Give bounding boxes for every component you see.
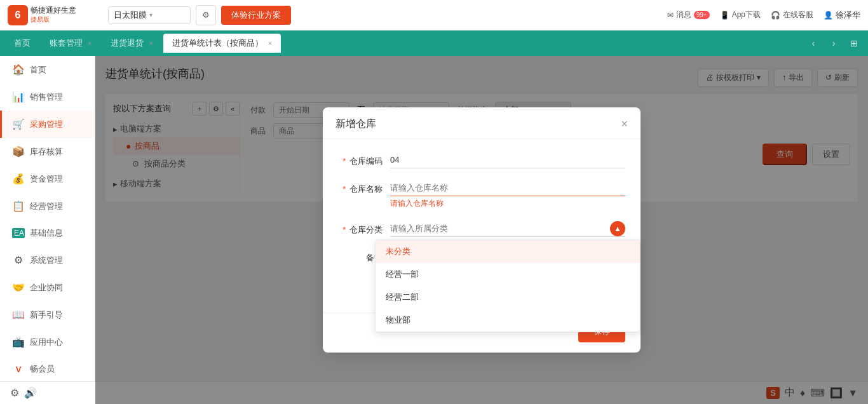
close-icon[interactable]: × <box>268 39 272 47</box>
form-row-code: * 仓库编码 <box>338 152 625 168</box>
user-item[interactable]: 👤 徐泽华 <box>824 10 860 21</box>
sidebar-item-app-center[interactable]: 📺 应用中心 <box>0 328 95 356</box>
tab-home[interactable]: 首页 <box>5 34 39 53</box>
category-input[interactable] <box>390 220 625 237</box>
tab-next-icon[interactable]: › <box>825 34 843 52</box>
sidebar-item-inventory[interactable]: 📦 库存核算 <box>0 138 95 165</box>
dropdown-item-dept3[interactable]: 物业部 <box>376 309 640 332</box>
message-icon: ✉ <box>667 11 674 20</box>
name-control-wrap: 请输入仓库名称 <box>390 180 625 209</box>
sidebar-item-finance-label: 资金管理 <box>30 173 63 185</box>
store-selector[interactable]: 日太阳膜 ▾ <box>108 6 191 24</box>
store-name: 日太阳膜 <box>114 10 147 21</box>
message-badge: 99+ <box>694 11 710 19</box>
phone-icon: 📱 <box>720 11 729 20</box>
sidebar-item-vip[interactable]: V 畅会员 <box>0 356 95 382</box>
sidebar-item-home-label: 首页 <box>30 64 46 76</box>
code-input[interactable] <box>390 152 625 168</box>
tab-prev-icon[interactable]: ‹ <box>804 34 822 52</box>
name-label: * 仓库名称 <box>338 180 383 195</box>
tab-more-icon[interactable]: ⊞ <box>845 34 863 52</box>
form-row-category: * 仓库分类 ▲ 未分类 经营一部 经营二部 物业部 <box>338 220 625 237</box>
sidebar-item-inventory-label: 库存核算 <box>30 146 63 158</box>
chevron-down-icon: ▾ <box>149 11 153 18</box>
sidebar-item-app-center-label: 应用中心 <box>30 337 63 348</box>
inventory-icon: 📦 <box>12 145 25 158</box>
sidebar-item-operations-label: 经营管理 <box>30 201 63 212</box>
modal-title: 新增仓库 <box>336 118 376 131</box>
tab-purchase-stats-label: 进货单统计表（按商品） <box>172 37 263 49</box>
sidebar-item-base-info[interactable]: EA 基础信息 <box>0 220 95 246</box>
sidebar-item-system-label: 系统管理 <box>30 255 63 266</box>
sidebar-item-enterprise[interactable]: 🤝 企业协同 <box>0 274 95 301</box>
logo-sub: 捷易版 <box>31 15 76 24</box>
modal-body: * 仓库编码 * 仓库名称 <box>323 139 641 313</box>
required-star: * <box>342 184 346 194</box>
settings-bottom-icon[interactable]: ⚙ <box>10 387 19 399</box>
dropdown-item-dept2[interactable]: 经营二部 <box>376 286 640 309</box>
sidebar-item-finance[interactable]: 💰 资金管理 <box>0 165 95 192</box>
category-label: * 仓库分类 <box>338 220 383 236</box>
settings-icon[interactable]: ⚙ <box>196 5 216 25</box>
purchase-icon: 🛒 <box>12 118 25 130</box>
tab-purchase-return[interactable]: 进货退货 × <box>102 34 161 53</box>
tab-purchase-return-label: 进货退货 <box>111 37 144 49</box>
name-input[interactable] <box>390 180 625 196</box>
category-dropdown: 未分类 经营一部 经营二部 物业部 <box>375 239 641 332</box>
speaker-icon[interactable]: 🔊 <box>24 387 37 399</box>
modal-header: 新增仓库 × <box>323 107 641 139</box>
finance-icon: 💰 <box>12 173 25 185</box>
sidebar-item-enterprise-label: 企业协同 <box>30 282 63 293</box>
home-icon: 🏠 <box>12 64 25 76</box>
category-toggle-icon[interactable]: ▲ <box>610 221 625 236</box>
app-center-icon: 📺 <box>12 336 25 348</box>
code-control-wrap <box>390 152 625 168</box>
logo-icon: 6 <box>8 5 28 25</box>
tab-actions: ‹ › ⊞ <box>804 34 863 52</box>
user-name: 徐泽华 <box>836 10 860 21</box>
modal-close-button[interactable]: × <box>621 118 628 131</box>
code-label: * 仓库编码 <box>338 152 383 167</box>
base-info-icon: EA <box>12 228 25 238</box>
sidebar-item-sales[interactable]: 📊 销售管理 <box>0 83 95 111</box>
enterprise-icon: 🤝 <box>12 281 25 293</box>
sales-icon: 📊 <box>12 91 25 103</box>
tab-accounts[interactable]: 账套管理 × <box>41 34 100 53</box>
top-header: 6 畅捷通好生意 捷易版 日太阳膜 ▾ ⚙ 体验行业方案 ✉ 消息 99+ 📱 … <box>0 0 868 30</box>
category-control-wrap: ▲ 未分类 经营一部 经营二部 物业部 <box>390 220 625 237</box>
dropdown-item-dept1[interactable]: 经营一部 <box>376 263 640 286</box>
form-row-name: * 仓库名称 请输入仓库名称 <box>338 180 625 209</box>
sidebar: 🏠 首页 📊 销售管理 🛒 采购管理 📦 库存核算 💰 资金管理 📋 经营管理 … <box>0 56 95 404</box>
required-star: * <box>342 225 346 234</box>
sidebar-item-system[interactable]: ⚙ 系统管理 <box>0 246 95 274</box>
sidebar-item-vip-label: 畅会员 <box>30 363 55 375</box>
user-icon: 👤 <box>824 11 833 20</box>
dropdown-item-unclassified[interactable]: 未分类 <box>376 240 640 263</box>
trial-button[interactable]: 体验行业方案 <box>221 6 291 25</box>
app-download-label: App下载 <box>732 10 761 20</box>
app-download-item[interactable]: 📱 App下载 <box>720 10 761 20</box>
close-icon[interactable]: × <box>88 39 92 47</box>
sidebar-item-guide[interactable]: 📖 新手引导 <box>0 301 95 328</box>
header-right: ✉ 消息 99+ 📱 App下载 🎧 在线客服 👤 徐泽华 <box>667 10 860 21</box>
sidebar-item-sales-label: 销售管理 <box>30 91 63 103</box>
online-service-item[interactable]: 🎧 在线客服 <box>771 10 813 20</box>
message-item[interactable]: ✉ 消息 99+ <box>667 10 710 20</box>
bottom-left: ⚙ 🔊 <box>10 387 37 399</box>
logo-text-block: 畅捷通好生意 捷易版 <box>31 6 76 25</box>
new-warehouse-modal: 新增仓库 × * 仓库编码 <box>323 107 641 353</box>
sidebar-item-home[interactable]: 🏠 首页 <box>0 56 95 83</box>
message-label: 消息 <box>676 10 691 20</box>
required-star: * <box>342 156 346 166</box>
close-icon[interactable]: × <box>149 39 153 47</box>
sidebar-item-operations[interactable]: 📋 经营管理 <box>0 192 95 220</box>
tab-purchase-stats[interactable]: 进货单统计表（按商品） × <box>163 34 281 53</box>
content-area: 进货单统计(按商品) 🖨 按模板打印 ▾ ↑ 导出 ↺ 刷新 <box>95 56 868 404</box>
nav-tabs: 首页 账套管理 × 进货退货 × 进货单统计表（按商品） × ‹ › ⊞ <box>0 30 868 56</box>
sidebar-item-purchase[interactable]: 🛒 采购管理 <box>0 111 95 138</box>
online-service-label: 在线客服 <box>783 10 813 20</box>
modal-overlay: 新增仓库 × * 仓库编码 <box>95 56 868 404</box>
vip-icon: V <box>12 365 25 374</box>
name-error-msg: 请输入仓库名称 <box>390 198 625 209</box>
main-layout: 🏠 首页 📊 销售管理 🛒 采购管理 📦 库存核算 💰 资金管理 📋 经营管理 … <box>0 56 868 404</box>
